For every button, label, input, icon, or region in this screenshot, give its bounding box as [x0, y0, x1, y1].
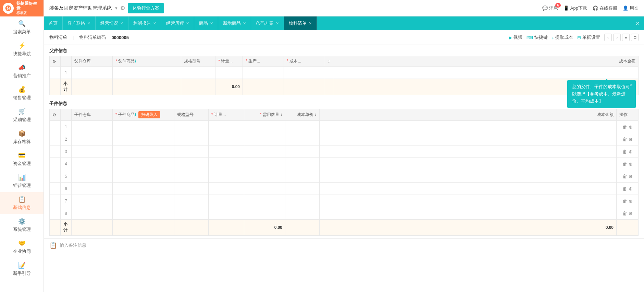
sidebar-item-finance[interactable]: 💳 资金管理 [0, 148, 44, 170]
sidebar-item-inventory[interactable]: 📦 库存核算 [0, 126, 44, 148]
sidebar-item-search[interactable]: 🔍 搜索菜单 [0, 16, 44, 38]
td-qty[interactable] [244, 145, 285, 158]
sidebar-item-system[interactable]: ⚙️ 系统管理 [0, 214, 44, 236]
copy-icon[interactable]: ⊕ [629, 161, 633, 167]
td-child-goods[interactable] [113, 207, 174, 220]
td-child-warehouse[interactable] [72, 183, 113, 195]
td-child-warehouse[interactable] [72, 145, 113, 158]
tab-goods[interactable]: 商品 ✕ [194, 16, 218, 30]
notes-label[interactable]: 输入备注信息 [60, 242, 86, 248]
nav-prev-btn[interactable]: ‹ [604, 34, 612, 41]
sidebar-item-basic[interactable]: 📋 基础信息 [0, 192, 44, 214]
td-unit-price[interactable] [285, 170, 320, 183]
tooltip-close-btn[interactable]: ✕ [630, 82, 633, 89]
td-child-goods[interactable] [113, 133, 174, 145]
view-action[interactable]: ▶ 视频 [509, 34, 522, 40]
tab-new-goods[interactable]: 新增商品 ✕ [218, 16, 251, 30]
td-unit[interactable] [209, 133, 236, 145]
td-unit[interactable] [215, 67, 243, 79]
settings-gear-icon[interactable]: ⚙ [120, 5, 125, 11]
td-child-warehouse[interactable] [72, 121, 113, 133]
td-parent-warehouse[interactable] [72, 67, 113, 79]
copy-icon[interactable]: ⊕ [629, 186, 633, 191]
td-unit-price[interactable] [285, 207, 320, 220]
tab-operation-status[interactable]: 经营情况 ✕ [96, 16, 128, 30]
message-button[interactable]: 💬 6 消息 [542, 5, 558, 11]
td-unit-price[interactable] [285, 133, 320, 145]
copy-icon[interactable]: ⊕ [629, 124, 633, 130]
td-unit[interactable] [209, 121, 236, 133]
trial-button[interactable]: 体验行业方案 [128, 3, 164, 13]
tab-profit[interactable]: 利润报告 ✕ [128, 16, 161, 30]
td-unit[interactable] [209, 207, 236, 220]
tab-close-icon[interactable]: ✕ [276, 21, 279, 26]
td-spec[interactable] [174, 145, 209, 158]
app-download-button[interactable]: 📱 App下载 [564, 5, 587, 11]
td-spec[interactable] [174, 170, 209, 183]
td-child-goods[interactable] [113, 183, 174, 195]
td-spec[interactable] [174, 183, 209, 195]
scan-button[interactable]: 扫码录入 [138, 111, 160, 118]
td-child-warehouse[interactable] [72, 207, 113, 220]
user-avatar[interactable]: 👤 用友 [623, 5, 639, 11]
delete-icon[interactable]: 🗑 [622, 174, 627, 179]
online-service-button[interactable]: 🎧 在线客服 [593, 5, 617, 11]
td-qty[interactable] [244, 207, 285, 220]
td-unit-price[interactable] [285, 195, 320, 207]
td-unit[interactable] [209, 170, 236, 183]
td-qty[interactable] [244, 170, 285, 183]
tab-customer[interactable]: 客户联络 ✕ [63, 16, 96, 30]
delete-icon[interactable]: 🗑 [622, 149, 627, 154]
delete-icon[interactable]: 🗑 [622, 161, 627, 167]
tab-close-icon[interactable]: ✕ [186, 21, 189, 26]
extract-cost-action[interactable]: ↓ 提取成本 [552, 34, 573, 40]
nav-next-btn[interactable]: › [613, 34, 621, 41]
td-parent-goods[interactable] [113, 67, 181, 79]
td-unit-price[interactable] [285, 121, 320, 133]
sidebar-item-sales[interactable]: 💰 销售管理 [0, 82, 44, 104]
copy-icon[interactable]: ⊕ [629, 174, 633, 179]
td-qty[interactable] [244, 121, 285, 133]
td-child-goods[interactable] [113, 158, 174, 170]
copy-icon[interactable]: ⊕ [629, 198, 633, 204]
tab-bar-close-icon[interactable]: ✕ [631, 20, 644, 27]
td-spec[interactable] [174, 195, 209, 207]
td-unit[interactable] [209, 195, 236, 207]
delete-icon[interactable]: 🗑 [622, 124, 627, 130]
td-unit[interactable] [209, 145, 236, 158]
delete-icon[interactable]: 🗑 [622, 211, 627, 216]
tab-close-icon[interactable]: ✕ [87, 21, 90, 26]
sidebar-item-purchase[interactable]: 🛒 采购管理 [0, 104, 44, 126]
tab-barcode[interactable]: 条码方案 ✕ [251, 16, 284, 30]
td-spec[interactable] [174, 121, 209, 133]
td-unit-price[interactable] [285, 145, 320, 158]
td-child-goods[interactable] [113, 121, 174, 133]
copy-icon[interactable]: ⊕ [629, 149, 633, 154]
tab-close-icon[interactable]: ✕ [210, 21, 213, 26]
td-unit-price[interactable] [285, 183, 320, 195]
td-child-goods[interactable] [113, 145, 174, 158]
td-cost[interactable] [284, 67, 325, 79]
td-unit-price[interactable] [285, 158, 320, 170]
delete-icon[interactable]: 🗑 [622, 186, 627, 191]
td-child-warehouse[interactable] [72, 133, 113, 145]
sidebar-item-quicknav[interactable]: ⚡ 快捷导航 [0, 38, 44, 60]
copy-icon[interactable]: ⊕ [629, 211, 633, 216]
td-child-warehouse[interactable] [72, 195, 113, 207]
td-spec[interactable] [174, 133, 209, 145]
delete-icon[interactable]: 🗑 [622, 137, 627, 142]
single-settings-action[interactable]: ⊞ 单据设置 [577, 34, 600, 40]
td-qty[interactable] [244, 133, 285, 145]
td-child-goods[interactable] [113, 170, 174, 183]
td-child-goods[interactable] [113, 195, 174, 207]
td-unit[interactable] [209, 158, 236, 170]
tab-close-icon[interactable]: ✕ [153, 21, 156, 26]
sidebar-item-guide[interactable]: 📝 新手引导 [0, 258, 44, 280]
sidebar-item-collab[interactable]: 🤝 企业协同 [0, 236, 44, 258]
td-qty[interactable] [244, 183, 285, 195]
nav-menu-btn[interactable]: ≡ [622, 34, 630, 41]
tab-close-icon[interactable]: ✕ [309, 21, 312, 26]
td-qty[interactable] [244, 158, 285, 170]
tab-bom[interactable]: 物料清单 ✕ [284, 16, 317, 30]
copy-icon[interactable]: ⊕ [629, 137, 633, 142]
